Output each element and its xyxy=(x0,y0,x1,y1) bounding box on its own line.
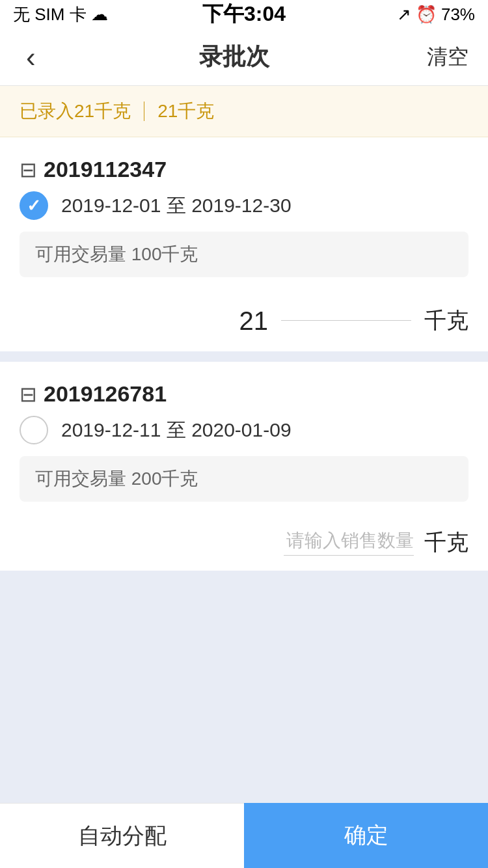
batch1-id-row: ⊟ 2019112347 xyxy=(20,157,468,182)
batch1-quantity: 21 xyxy=(239,306,269,336)
batch2-date-row: 2019-12-11 至 2020-01-09 xyxy=(20,416,468,444)
page-title: 录批次 xyxy=(199,41,269,73)
batch2-date: 2019-12-11 至 2020-01-09 xyxy=(61,417,291,444)
nav-bar: ‹ 录批次 清空 xyxy=(0,29,488,86)
sim-status: 无 SIM 卡 ☁ xyxy=(13,3,108,26)
status-bar: 无 SIM 卡 ☁ 下午3:04 ↗ ⏰ 73% xyxy=(0,0,488,29)
summary-divider xyxy=(144,102,144,121)
status-left: 无 SIM 卡 ☁ xyxy=(13,3,108,26)
auto-assign-button[interactable]: 自动分配 xyxy=(0,803,244,868)
summary-label: 已录入21千克 xyxy=(20,99,131,124)
batch2-input-container xyxy=(219,530,414,556)
summary-value: 21千克 xyxy=(157,99,214,124)
section-divider-1 xyxy=(0,351,488,362)
bottom-buttons: 自动分配 确定 xyxy=(0,803,488,868)
batch1-radio[interactable] xyxy=(20,191,48,220)
confirm-button[interactable]: 确定 xyxy=(244,803,488,868)
batch2-available-qty: 可用交易量 200千克 xyxy=(20,456,468,502)
batch2-radio[interactable] xyxy=(20,416,48,444)
summary-bar: 已录入21千克 21千克 xyxy=(0,86,488,137)
clear-button[interactable]: 清空 xyxy=(427,43,468,72)
batch2-quantity-input[interactable] xyxy=(219,530,414,551)
status-right: ↗ ⏰ 73% xyxy=(397,5,476,25)
battery-status: ↗ ⏰ 73% xyxy=(397,5,476,25)
batch1-icon: ⊟ xyxy=(20,157,37,182)
status-time: 下午3:04 xyxy=(202,0,286,29)
batch2-unit: 千克 xyxy=(424,528,468,558)
batch1-available-qty: 可用交易量 100千克 xyxy=(20,232,468,277)
batch1-date: 2019-12-01 至 2019-12-30 xyxy=(61,193,291,219)
batch2-id: 2019126781 xyxy=(44,381,167,407)
batch-card-1: ⊟ 2019112347 2019-12-01 至 2019-12-30 可用交… xyxy=(0,137,488,351)
batch2-qty-row: 千克 xyxy=(0,515,488,571)
back-button[interactable]: ‹ xyxy=(20,34,42,80)
batch1-qty-row: 21 千克 xyxy=(0,290,488,351)
batch1-unit: 千克 xyxy=(424,306,468,336)
batch1-date-row: 2019-12-01 至 2019-12-30 xyxy=(20,191,468,220)
batch2-icon: ⊟ xyxy=(20,382,37,407)
batch1-id: 2019112347 xyxy=(44,157,167,182)
batch-card-2: ⊟ 2019126781 2019-12-11 至 2020-01-09 可用交… xyxy=(0,362,488,571)
batch2-id-row: ⊟ 2019126781 xyxy=(20,381,468,407)
